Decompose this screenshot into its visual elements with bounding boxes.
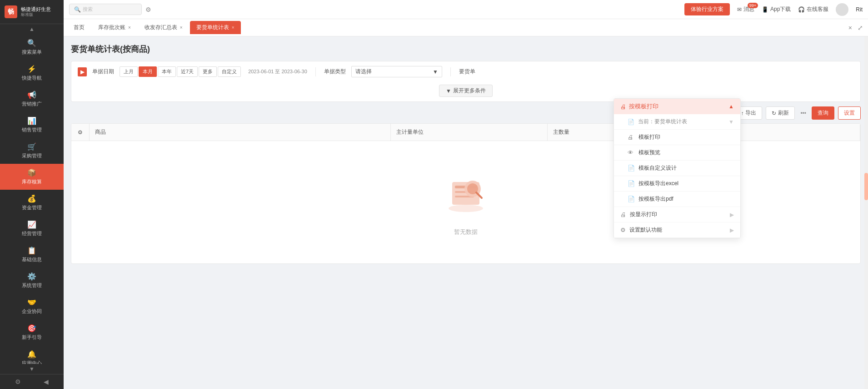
tab-order-summary[interactable]: 要货单统计表× (190, 21, 241, 34)
sidebar-item-operation[interactable]: 📈经营管理 (0, 216, 64, 242)
template-excel-icon: 📄 (628, 180, 635, 187)
header-actions: ✉ 消息 99+ 📱 App下载 🎧 在线客服 Rit (737, 3, 863, 16)
experience-button[interactable]: 体验行业方案 (684, 3, 730, 15)
sidebar-item-marketing[interactable]: 📢营销推广 (0, 86, 64, 112)
table-col-2: 主计量单位 (391, 124, 547, 141)
tab-home[interactable]: 首页 (67, 21, 91, 34)
dropdown-item-template-pdf[interactable]: 📄按模板导出pdf (614, 192, 740, 207)
sidebar-audio-icon[interactable]: ◀ (44, 378, 49, 385)
date-btn-上月[interactable]: 上月 (120, 66, 138, 77)
appstore-icon: 🔔 (27, 350, 36, 359)
sidebar-item-enterprise[interactable]: 🤝企业协同 (0, 293, 64, 319)
date-range: 2023-06-01 至 2023-06-30 (248, 68, 307, 75)
tab-close-batch-account[interactable]: × (128, 25, 131, 30)
date-btn-本月[interactable]: 本月 (139, 66, 157, 77)
app-download-action[interactable]: 📱 App下载 (762, 5, 791, 13)
expand-more-button[interactable]: ▼ 展开更多条件 (439, 85, 493, 97)
filter-divider-2 (450, 67, 451, 76)
sidebar-settings-icon[interactable]: ⚙ (15, 378, 21, 385)
date-btn-更多[interactable]: 更多 (199, 66, 217, 77)
sidebar-item-label-marketing: 营销推广 (22, 101, 42, 107)
search-bar[interactable]: 🔍 搜索 (69, 4, 142, 15)
sidebar-scroll-up[interactable]: ▲ (0, 24, 64, 34)
tabs-end: × ⤢ (847, 23, 864, 33)
sidebar: 畅 畅捷通好生意 标准版 ▲ 🔍搜索菜单⚡快捷导航📢营销推广📊销售管理🛒采购管理… (0, 0, 64, 389)
sidebar-footer: ⚙ ◀ (0, 374, 64, 389)
dropdown-header[interactable]: 🖨 按模板打印 ▲ (614, 99, 740, 114)
sidebar-item-quick-nav[interactable]: ⚡快捷导航 (0, 60, 64, 86)
query-button[interactable]: 查询 (812, 106, 834, 120)
logo: 畅 畅捷通好生意 标准版 (0, 0, 64, 24)
sidebar-item-label-finance: 资金管理 (22, 204, 42, 211)
template-excel-label: 按模板导出excel (639, 180, 678, 187)
sidebar-item-appstore[interactable]: 🔔应用中心 (0, 345, 64, 364)
sidebar-item-label-appstore: 应用中心 (22, 360, 42, 364)
dropdown-close-icon[interactable]: ▲ (728, 103, 734, 110)
sidebar-item-purchase[interactable]: 🛒采购管理 (0, 138, 64, 164)
sidebar-item-inventory[interactable]: 📦库存核算 (0, 164, 64, 190)
sales-icon: 📊 (27, 116, 36, 125)
settings-button[interactable]: 设置 (838, 106, 861, 120)
mobile-icon: 📱 (762, 6, 768, 13)
template-preview-icon: 👁 (628, 149, 635, 156)
dropdown-header-label: 按模板打印 (629, 102, 658, 111)
default-func-chevron: ▶ (730, 227, 734, 233)
filter-row-1: ▶ 单据日期 上月本月本年近7天更多自定义 2023-06-01 至 2023-… (78, 66, 854, 77)
table-settings-icon[interactable]: ⚙ (78, 129, 83, 136)
sidebar-item-sales[interactable]: 📊销售管理 (0, 112, 64, 138)
user-avatar[interactable] (836, 3, 848, 16)
filter-expand-icon[interactable]: ▶ (78, 67, 87, 76)
right-scrollbar[interactable] (864, 36, 868, 389)
tab-expand-icon[interactable]: ⤢ (856, 23, 864, 33)
sidebar-item-label-newbie: 新手引导 (22, 334, 42, 341)
dropdown-item-template-excel[interactable]: 📄按模板导出excel (614, 176, 740, 192)
template-design-icon: 📄 (628, 165, 635, 172)
tab-close-order-summary[interactable]: × (232, 25, 234, 30)
display-print-item[interactable]: 🖨 按显示打印 ▶ (614, 207, 740, 222)
current-label: 当前：要货单统计表 (638, 118, 687, 126)
sidebar-item-label-enterprise: 企业协同 (22, 308, 42, 315)
tab-collect-summary[interactable]: 收发存汇总表× (138, 21, 189, 34)
sidebar-item-newbie[interactable]: 🎯新手引导 (0, 319, 64, 345)
tab-close-all-icon[interactable]: × (847, 23, 853, 33)
print-dropdown: 🖨 按模板打印 ▲ 📄 当前：要货单统计表 ▼ 🖨模板打印👁模板预览📄模板自定义… (614, 98, 741, 238)
refresh-label: 刷新 (778, 109, 789, 117)
tab-batch-account[interactable]: 库存批次账× (92, 21, 137, 34)
marketing-icon: 📢 (27, 91, 36, 99)
date-btn-自定义[interactable]: 自定义 (218, 66, 241, 77)
filter-bar: ▶ 单据日期 上月本月本年近7天更多自定义 2023-06-01 至 2023-… (71, 61, 861, 102)
date-btn-近7天[interactable]: 近7天 (177, 66, 198, 77)
sidebar-scroll-down[interactable]: ▼ (0, 364, 64, 374)
sidebar-item-system[interactable]: ⚙️系统管理 (0, 268, 64, 293)
current-template-icon: 📄 (628, 119, 634, 125)
date-label: 单据日期 (92, 68, 114, 76)
dropdown-header-left: 🖨 按模板打印 (620, 102, 658, 111)
tab-close-collect-summary[interactable]: × (180, 25, 183, 30)
header-settings-icon[interactable]: ⚙ (145, 6, 151, 13)
date-btn-本年[interactable]: 本年 (158, 66, 176, 77)
online-service-action[interactable]: 🎧 在线客服 (798, 5, 828, 13)
sidebar-item-basic[interactable]: 📋基础信息 (0, 242, 64, 268)
search-icon: 🔍 (27, 39, 36, 47)
type-select[interactable]: 请选择 ▼ (351, 66, 442, 77)
sidebar-item-search[interactable]: 🔍搜索菜单 (0, 34, 64, 60)
filter-divider (315, 67, 316, 76)
inventory-icon: 📦 (27, 168, 36, 177)
sidebar-item-finance[interactable]: 💰资金管理 (0, 190, 64, 216)
dropdown-item-template-design[interactable]: 📄模板自定义设计 (614, 161, 740, 176)
dropdown-item-template-preview[interactable]: 👁模板预览 (614, 145, 740, 161)
sidebar-item-label-purchase: 采购管理 (22, 152, 42, 159)
finance-icon: 💰 (27, 194, 36, 203)
dropdown-current-item[interactable]: 📄 当前：要货单统计表 ▼ (614, 114, 740, 130)
messages-action[interactable]: ✉ 消息 99+ (737, 5, 754, 13)
scrollbar-thumb[interactable] (864, 173, 868, 200)
refresh-button[interactable]: ↻ 刷新 (766, 106, 795, 120)
date-btn-group: 上月本月本年近7天更多自定义 (120, 66, 241, 77)
toolbar-dots[interactable]: ••• (798, 110, 808, 116)
main-area: 🔍 搜索 ⚙ 体验行业方案 ✉ 消息 99+ 📱 App下载 🎧 在线客服 Ri… (64, 0, 868, 389)
tab-label-collect-summary: 收发存汇总表 (145, 24, 177, 31)
dropdown-item-template-print[interactable]: 🖨模板打印 (614, 130, 740, 145)
sidebar-item-label-basic: 基础信息 (22, 256, 42, 263)
default-func-item[interactable]: ⚙ 设置默认功能 ▶ (614, 222, 740, 238)
sidebar-item-label-sales: 销售管理 (22, 126, 42, 133)
